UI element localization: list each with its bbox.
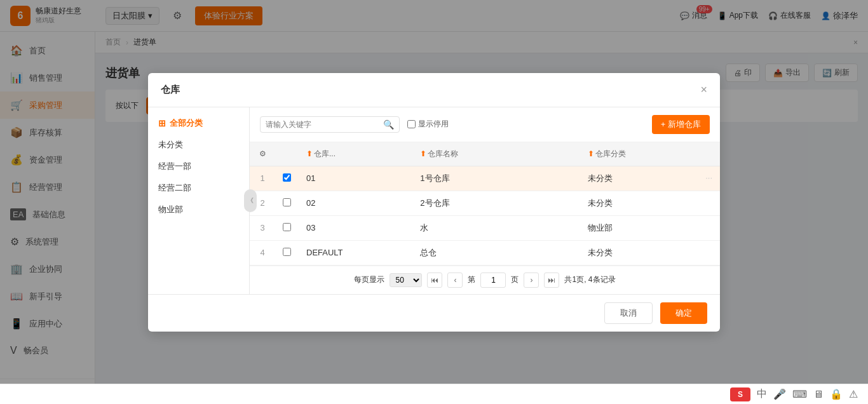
cat-label-all: 全部分类	[170, 118, 203, 129]
modal-close-button[interactable]: ×	[700, 83, 707, 97]
cat-item-all[interactable]: ⊞ 全部分类	[148, 112, 249, 134]
cat-item-uncategorized[interactable]: 未分类	[148, 134, 249, 156]
row-name: 1号仓库	[412, 166, 580, 191]
modal-overlay[interactable]: 仓库 × ⊞ 全部分类 未分类 经营一部 经营二部	[0, 0, 868, 404]
modal-body: ⊞ 全部分类 未分类 经营一部 经营二部 物业部 《	[148, 107, 720, 294]
cat-label-dept2: 经营二部	[158, 182, 191, 194]
next-page-button[interactable]: ›	[524, 273, 539, 288]
row-checkbox-cell	[275, 240, 299, 265]
bottom-warning-icon[interactable]: ⚠	[849, 388, 858, 400]
cat-label-property: 物业部	[158, 204, 183, 215]
row-index: 1	[250, 166, 275, 191]
add-warehouse-button[interactable]: + 新增仓库	[652, 115, 710, 134]
row-checkbox[interactable]	[283, 248, 291, 256]
search-input[interactable]	[266, 120, 383, 129]
row-checkbox-cell	[275, 166, 299, 191]
cat-label-dept1: 经营一部	[158, 161, 191, 172]
cat-label-uncategorized: 未分类	[158, 139, 183, 151]
table-row[interactable]: 2 02 2号仓库 未分类	[250, 191, 720, 215]
sidebar-collapse-button[interactable]: 《	[244, 189, 257, 212]
bottom-monitor-icon[interactable]: 🖥	[813, 389, 824, 400]
row-category: 未分类	[580, 240, 720, 265]
bottom-lock-icon[interactable]: 🔒	[830, 388, 843, 400]
grid-icon: ⊞	[158, 118, 166, 128]
last-page-button[interactable]: ⏭	[544, 273, 559, 288]
category-sidebar: ⊞ 全部分类 未分类 经营一部 经营二部 物业部 《	[148, 107, 250, 294]
show-disabled-checkbox[interactable]	[407, 120, 416, 128]
row-checkbox-cell	[275, 191, 299, 215]
page-suffix: 页	[511, 274, 519, 285]
search-icon: 🔍	[383, 119, 394, 130]
per-page-label: 每页显示	[354, 274, 384, 285]
show-disabled-option: 显示停用	[407, 119, 449, 130]
modal-header: 仓库 ×	[148, 73, 720, 107]
page-size-select[interactable]: 50 10 20 100	[390, 273, 422, 287]
cancel-button[interactable]: 取消	[604, 302, 653, 324]
bottom-bar: S 中 🎤 ⌨ 🖥 🔒 ⚠	[0, 384, 868, 404]
th-checkbox	[275, 142, 299, 166]
first-page-button[interactable]: ⏮	[427, 273, 442, 288]
prev-page-button[interactable]: ‹	[447, 273, 463, 288]
pagination-bar: 每页显示 50 10 20 100 ⏮ ‹ 第 页 › ⏭ 共1页, 4条记录	[250, 266, 720, 294]
table-header-row: ⚙ ⬆仓库... ⬆仓库名称 ⬆仓库分类	[250, 142, 720, 166]
page-label: 第	[468, 274, 475, 285]
row-name: 2号仓库	[412, 191, 580, 215]
row-checkbox-cell	[275, 215, 299, 240]
th-category[interactable]: ⬆仓库分类	[580, 142, 720, 166]
row-code: 02	[299, 191, 412, 215]
cat-item-dept2[interactable]: 经营二部	[148, 177, 249, 199]
cat-item-dept1[interactable]: 经营一部	[148, 156, 249, 177]
row-checkbox[interactable]	[283, 198, 291, 206]
warehouse-modal: 仓库 × ⊞ 全部分类 未分类 经营一部 经营二部	[148, 73, 720, 332]
modal-actions: 取消 确定	[148, 294, 720, 332]
row-index: 3	[250, 215, 275, 240]
bottom-logo: S	[730, 387, 750, 401]
row-category: 未分类	[580, 191, 720, 215]
page-number-input[interactable]	[480, 273, 506, 288]
modal-title: 仓库	[161, 84, 180, 96]
row-checkbox[interactable]	[283, 223, 291, 231]
row-code: 01	[299, 166, 412, 191]
th-name[interactable]: ⬆仓库名称	[412, 142, 580, 166]
row-category: 未分类···	[580, 166, 720, 191]
row-code: 03	[299, 215, 412, 240]
total-records-text: 共1页, 4条记录	[564, 274, 615, 285]
search-box: 🔍	[260, 116, 400, 133]
table-row[interactable]: 4 DEFAULT 总仓 未分类	[250, 240, 720, 265]
cat-item-property[interactable]: 物业部	[148, 199, 249, 220]
modal-toolbar: 🔍 显示停用 + 新增仓库	[250, 107, 720, 142]
table-row[interactable]: 3 03 水 物业部	[250, 215, 720, 240]
row-more-icon[interactable]: ···	[705, 173, 712, 182]
warehouse-table: ⚙ ⬆仓库... ⬆仓库名称 ⬆仓库分类 1 01 1号仓库 未分类	[250, 142, 720, 266]
row-code: DEFAULT	[299, 240, 412, 265]
bottom-mic-icon[interactable]: 🎤	[773, 388, 786, 400]
row-category: 物业部	[580, 215, 720, 240]
bottom-zh-icon[interactable]: 中	[757, 387, 767, 401]
modal-main: 🔍 显示停用 + 新增仓库 ⚙	[250, 107, 720, 294]
bottom-keyboard-icon[interactable]: ⌨	[792, 388, 807, 400]
row-name: 总仓	[412, 240, 580, 265]
row-checkbox[interactable]	[283, 173, 291, 182]
show-disabled-label: 显示停用	[418, 119, 449, 130]
th-code[interactable]: ⬆仓库...	[299, 142, 412, 166]
confirm-button[interactable]: 确定	[660, 302, 707, 324]
th-settings: ⚙	[250, 142, 275, 166]
row-name: 水	[412, 215, 580, 240]
row-index: 4	[250, 240, 275, 265]
table-row[interactable]: 1 01 1号仓库 未分类···	[250, 166, 720, 191]
